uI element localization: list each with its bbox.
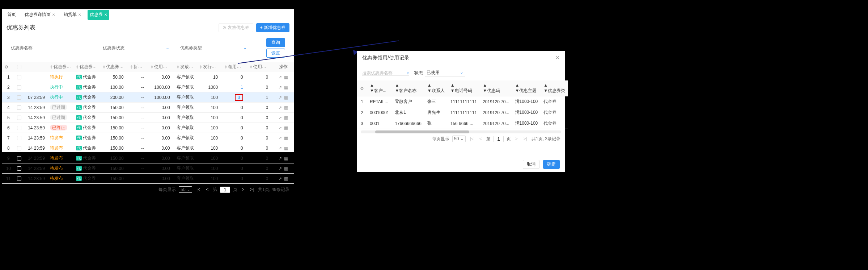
qr-icon[interactable]: ▦ — [284, 85, 288, 90]
share-icon[interactable]: ↗ — [278, 95, 282, 100]
close-icon[interactable]: ✕ — [52, 13, 55, 17]
share-icon[interactable]: ↗ — [278, 176, 282, 181]
qr-icon[interactable]: ▦ — [284, 176, 288, 181]
tab-coupon-detail[interactable]: 优惠券详情页✕ — [22, 10, 57, 20]
row-checkbox[interactable] — [17, 176, 21, 181]
dialog-pagination: 每页显示 50 ⌄ |< < 第 页 > >| 共1页, 3条记录 — [357, 133, 565, 144]
close-icon[interactable]: ✕ — [555, 55, 560, 61]
share-icon[interactable]: ↗ — [278, 125, 282, 130]
row-checkbox[interactable] — [17, 116, 21, 120]
filter-status-select[interactable]: ⌄ — [126, 43, 169, 52]
add-coupon-button[interactable]: + 新增优惠券 — [256, 23, 289, 32]
table-row[interactable]: 200010001北京1唐先生111111111112019120 70...满… — [357, 107, 568, 118]
table-row[interactable]: 1114 23:59待发布代代金券150.00--0.00客户领取10000↗▦ — [2, 174, 294, 184]
select-all-checkbox[interactable] — [17, 65, 21, 69]
page-number-input[interactable] — [220, 187, 230, 193]
table-row[interactable]: 514 23:59已过期代代金券150.00--0.00客户领取10000↗▦ — [2, 113, 294, 123]
share-icon[interactable]: ↗ — [278, 146, 282, 151]
tab-sales-order[interactable]: 销货单✕ — [62, 10, 83, 20]
next-page-button[interactable]: > — [514, 136, 519, 141]
row-checkbox[interactable] — [17, 95, 21, 100]
share-icon[interactable]: ↗ — [278, 85, 282, 90]
prev-page-button[interactable]: < — [478, 136, 483, 141]
filter-bar: 优惠券名称 优惠券状态 ⌄ 优惠券类型 ⌄ 查询 设置 — [2, 35, 294, 62]
usage-record-dialog: 优惠券领用/使用记录 ✕ ⌕ 状态 已使用 ⌄ ▲▼客户... ▲▼客户名称 — [357, 51, 565, 172]
row-checkbox[interactable] — [17, 156, 21, 161]
issue-coupon-button[interactable]: ⊘ 发放优惠券 — [219, 23, 253, 32]
page-size-select[interactable]: 50 ⌄ — [179, 186, 192, 193]
row-checkbox[interactable] — [17, 85, 21, 90]
search-input[interactable] — [362, 70, 407, 75]
qr-icon[interactable]: ▦ — [284, 75, 288, 80]
qr-icon[interactable]: ▦ — [284, 136, 288, 141]
row-checkbox[interactable] — [17, 166, 21, 171]
table-row[interactable]: 3000117666666666张156 6666 ...2019120 70.… — [357, 118, 568, 129]
first-page-button[interactable]: |< — [469, 136, 475, 141]
table-row[interactable]: 307 23:59执行中代代金券200.00--1000.00客户领取10031… — [2, 92, 294, 103]
settings-button[interactable]: 设置 — [266, 49, 285, 58]
share-icon[interactable]: ↗ — [278, 166, 282, 171]
gear-icon[interactable] — [4, 65, 8, 70]
table-row[interactable]: 614 23:59已终止代代金券150.00--0.00客户领取10000↗▦ — [2, 123, 294, 133]
cancel-button[interactable]: 取消 — [523, 160, 539, 169]
qr-icon[interactable]: ▦ — [284, 115, 288, 120]
query-button[interactable]: 查询 — [266, 38, 285, 47]
share-icon[interactable]: ↗ — [278, 156, 282, 161]
close-icon[interactable]: ✕ — [104, 13, 107, 17]
status-badge: 待发布 — [50, 155, 63, 161]
page-number-input[interactable] — [494, 136, 504, 142]
last-page-button[interactable]: >| — [249, 187, 255, 192]
coupon-type-badge: 代 — [76, 166, 82, 171]
receive-count-link[interactable]: 3 — [238, 95, 240, 100]
next-page-button[interactable]: > — [240, 187, 246, 192]
row-checkbox[interactable] — [17, 136, 21, 140]
row-checkbox[interactable] — [17, 75, 21, 79]
table-row[interactable]: 814 23:59待发布代代金券150.00--0.00客户领取10000↗▦ — [2, 143, 294, 153]
row-checkbox[interactable] — [17, 146, 21, 150]
share-icon[interactable]: ↗ — [278, 115, 282, 120]
confirm-button[interactable]: 确定 — [543, 160, 560, 169]
table-row[interactable]: 714 23:59待发布代代金券150.00--0.00客户领取10000↗▦ — [2, 133, 294, 143]
share-icon[interactable]: ↗ — [278, 75, 282, 80]
horizontal-scrollbar[interactable] — [361, 130, 561, 133]
share-icon[interactable]: ↗ — [278, 136, 282, 141]
close-icon[interactable]: ✕ — [78, 13, 81, 17]
table-row[interactable]: 1待执行代代金券50.00--0.00客户领取1000↗▦ — [2, 72, 294, 82]
share-icon[interactable]: ↗ — [278, 105, 282, 110]
status-badge: 执行中 — [50, 84, 63, 90]
search-icon[interactable]: ⌕ — [407, 70, 409, 75]
qr-icon[interactable]: ▦ — [284, 146, 288, 151]
chevron-down-icon: ⌄ — [243, 45, 247, 50]
table-row[interactable]: 914 23:59待发布代代金券150.00--0.00客户领取10000↗▦ — [2, 153, 294, 163]
page-size-select[interactable]: 50 ⌄ — [452, 136, 466, 142]
status-filter-select[interactable]: 已使用 ⌄ — [425, 69, 465, 77]
filter-name-label: 优惠券名称 — [11, 45, 33, 51]
prev-page-button[interactable]: < — [204, 187, 210, 192]
qr-icon[interactable]: ▦ — [284, 156, 288, 161]
receive-count-link[interactable]: 1 — [241, 85, 243, 90]
qr-icon[interactable]: ▦ — [284, 105, 288, 110]
table-row[interactable]: 2执行中代代金券100.00--1000.00客户领取100010↗▦ — [2, 82, 294, 92]
qr-icon[interactable]: ▦ — [284, 166, 288, 171]
row-checkbox[interactable] — [17, 126, 21, 130]
filter-type-select[interactable]: ⌄ — [203, 43, 247, 52]
row-checkbox[interactable] — [17, 105, 21, 110]
coupon-type-badge: 代 — [76, 105, 82, 110]
qr-icon[interactable]: ▦ — [284, 125, 288, 130]
search-input-wrap: ⌕ — [362, 70, 409, 76]
tab-coupon[interactable]: 优惠券✕ — [88, 10, 109, 20]
table-row[interactable]: 414 23:59已过期代代金券150.00--0.00客户领取10000↗▦ — [2, 103, 294, 113]
coupon-list-panel: 首页 优惠券详情页✕ 销货单✕ 优惠券✕ 优惠券列表 ⊘ 发放优惠券 + 新增优… — [2, 9, 294, 152]
last-page-button[interactable]: >| — [522, 136, 529, 141]
qr-icon[interactable]: ▦ — [284, 95, 288, 100]
tab-home[interactable]: 首页 — [5, 10, 18, 20]
chevron-down-icon: ⌄ — [166, 45, 169, 50]
filter-name-input[interactable] — [34, 43, 77, 52]
status-badge: 待发布 — [50, 145, 63, 150]
coupon-type-badge: 代 — [76, 125, 82, 130]
coupon-type-badge: 代 — [76, 176, 82, 181]
first-page-button[interactable]: |< — [195, 187, 202, 192]
table-row[interactable]: 1014 23:59待发布代代金券150.00--0.00客户领取10000↗▦ — [2, 163, 294, 174]
table-row[interactable]: 1RETAIL...零散客户张三111111111112019120 70...… — [357, 96, 568, 107]
gear-icon[interactable] — [360, 86, 364, 91]
